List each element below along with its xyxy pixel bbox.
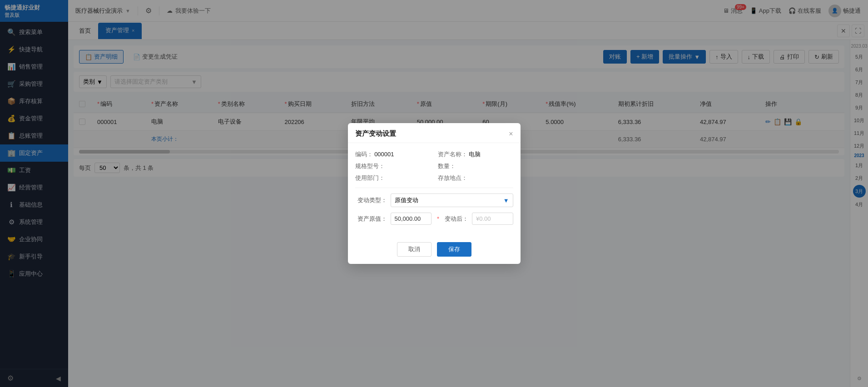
required-star: * [437, 215, 439, 222]
modal-change-type-field: 变动类型： 原值变动 ▼ [355, 194, 513, 207]
modal-close-btn[interactable]: × [509, 130, 513, 138]
modal-name-field: 资产名称： 电脑 [438, 150, 513, 159]
cancel-btn[interactable]: 取消 [397, 242, 432, 257]
change-type-select[interactable]: 原值变动 ▼ [391, 194, 513, 207]
asset-value-input[interactable]: 50,000.00 [391, 213, 432, 225]
after-change-input[interactable]: ¥0.00 [472, 213, 513, 225]
modal-divider [355, 188, 513, 188]
modal-location-field: 存放地点： [438, 174, 513, 182]
modal-overlay: 资产变动设置 × 编码： 000001 资产名称： 电脑 规格型号： 数量： [0, 0, 868, 387]
modal-spec-field: 规格型号： [355, 162, 431, 170]
modal-quantity-field: 数量： [438, 162, 513, 170]
modal-asset-value-field: 资产原值： 50,000.00 * 变动后： ¥0.00 [355, 213, 513, 225]
modal-dept-field: 使用部门： [355, 174, 431, 182]
save-btn[interactable]: 保存 [437, 242, 471, 257]
modal-footer: 取消 保存 [348, 238, 521, 264]
modal-header: 资产变动设置 × [348, 123, 521, 143]
select-dropdown-icon: ▼ [503, 197, 509, 204]
modal-code-field: 编码： 000001 [355, 150, 431, 159]
modal-info-grid: 编码： 000001 资产名称： 电脑 规格型号： 数量： 使用部门： [355, 150, 513, 182]
modal-title: 资产变动设置 [355, 129, 396, 138]
asset-change-modal: 资产变动设置 × 编码： 000001 资产名称： 电脑 规格型号： 数量： [348, 123, 521, 264]
modal-body: 编码： 000001 资产名称： 电脑 规格型号： 数量： 使用部门： [348, 143, 521, 238]
